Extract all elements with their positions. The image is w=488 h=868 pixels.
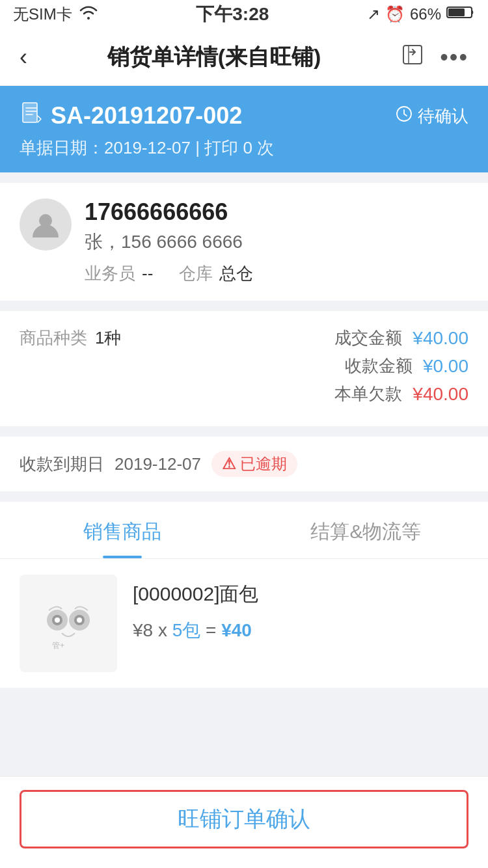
status-bar-right: ↗ ⏰ 66% (367, 5, 475, 23)
overdue-text: 已逾期 (240, 454, 287, 474)
order-meta: 单据日期：2019-12-07 | 打印 0 次 (20, 137, 468, 159)
confirm-order-button[interactable]: 旺铺订单确认 (20, 790, 468, 848)
total-price: ¥40 (221, 620, 252, 640)
received-amount: 收款金额 ¥0.00 (334, 355, 468, 377)
alarm-icon: ⏰ (385, 5, 405, 23)
tabs-section: 销售商品 结算&物流等 管+ [0000002]面包 (0, 502, 488, 688)
transaction-amount: 成交金额 ¥40.00 (334, 327, 468, 349)
status-bar-left: 无SIM卡 (13, 4, 98, 25)
more-icon[interactable]: ••• (440, 44, 468, 71)
customer-info: 17666666666 张，156 6666 6666 业务员 -- 仓库 总仓 (85, 198, 468, 285)
customer-phone: 17666666666 (85, 198, 468, 226)
product-info: [0000002]面包 ¥8 x 5包 = ¥40 (133, 575, 468, 643)
page-title: 销货单详情(来自旺铺) (107, 42, 321, 72)
product-section: 管+ [0000002]面包 ¥8 x 5包 = ¥40 (0, 559, 488, 688)
product-thumbnail: 管+ (20, 575, 117, 672)
svg-point-10 (55, 617, 60, 623)
svg-text:管+: 管+ (52, 641, 64, 649)
export-icon[interactable] (401, 43, 424, 72)
nav-actions: ••• (401, 43, 468, 72)
bottom-bar: 旺铺订单确认 (0, 776, 488, 868)
battery-label: 66% (410, 5, 441, 23)
overdue-badge: ⚠ 已逾期 (211, 451, 297, 477)
avatar (20, 198, 72, 251)
customer-card: 17666666666 张，156 6666 6666 业务员 -- 仓库 总仓 (0, 183, 488, 301)
svg-point-11 (77, 617, 82, 623)
summary-left: 商品种类 1种 (20, 327, 334, 349)
warehouse-value: 总仓 (219, 262, 253, 285)
time-display: 下午3:28 (196, 2, 269, 27)
back-button[interactable]: ‹ (20, 44, 27, 71)
nav-bar: ‹ 销货单详情(来自旺铺) ••• (0, 29, 488, 86)
battery-icon (446, 5, 475, 23)
customer-name: 张，156 6666 6666 (85, 230, 468, 254)
due-date-section: 收款到期日 2019-12-07 ⚠ 已逾期 (0, 437, 488, 491)
equals-text: = (206, 620, 221, 640)
order-id: SA-20191207-002 (20, 102, 242, 130)
carrier-label: 无SIM卡 (13, 4, 72, 25)
sales-rep-field: 业务员 -- (85, 262, 153, 285)
summary-card: 商品种类 1种 成交金额 ¥40.00 收款金额 ¥0.00 本单欠款 ¥40.… (0, 311, 488, 426)
product-name: [0000002]面包 (133, 581, 468, 608)
svg-rect-1 (448, 8, 465, 16)
due-date-value: 2019-12-07 (115, 454, 201, 474)
warning-icon: ⚠ (222, 455, 236, 473)
tabs-bar: 销售商品 结算&物流等 (0, 502, 488, 559)
wifi-icon (79, 5, 98, 23)
tab-goods[interactable]: 销售商品 (0, 502, 244, 558)
order-status: 待确认 (396, 105, 468, 128)
svg-rect-3 (23, 103, 37, 122)
sales-rep-value: -- (142, 264, 153, 284)
quantity-text: 5包 (172, 620, 201, 640)
warehouse-field: 仓库 总仓 (179, 262, 253, 285)
product-price: ¥8 x 5包 = ¥40 (133, 618, 468, 643)
status-bar: 无SIM卡 下午3:28 ↗ ⏰ 66% (0, 0, 488, 29)
due-date-label: 收款到期日 (20, 453, 104, 476)
balance-amount: 本单欠款 ¥40.00 (334, 383, 468, 405)
warehouse-label: 仓库 (179, 262, 213, 285)
order-doc-icon (20, 102, 43, 130)
sales-rep-label: 业务员 (85, 262, 135, 285)
order-header: SA-20191207-002 待确认 单据日期：2019-12-07 | 打印… (0, 86, 488, 172)
goods-type: 商品种类 1种 (20, 327, 334, 349)
tab-settlement[interactable]: 结算&物流等 (244, 502, 488, 558)
price-text: ¥8 x (133, 620, 172, 640)
summary-right: 成交金额 ¥40.00 收款金额 ¥0.00 本单欠款 ¥40.00 (334, 327, 468, 411)
clock-icon (396, 105, 413, 127)
location-icon: ↗ (367, 5, 380, 23)
